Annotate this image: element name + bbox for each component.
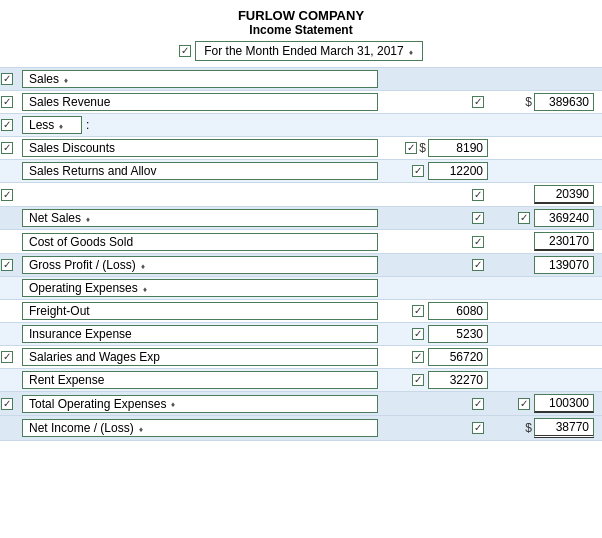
net-sales-dropdown-icon[interactable]: ⬧ <box>85 213 91 224</box>
salaries-mid-checkbox[interactable] <box>412 351 424 363</box>
insurance-label: Insurance Expense <box>29 327 132 341</box>
period-row: For the Month Ended March 31, 2017 ⬧ <box>0 41 602 61</box>
sales-revenue-label-box[interactable]: Sales Revenue <box>22 93 378 111</box>
period-dropdown-icon[interactable]: ⬧ <box>408 46 414 57</box>
sales-revenue-value[interactable]: 389630 <box>534 93 594 111</box>
operating-expenses-header: Operating Expenses ⬧ <box>0 276 602 299</box>
less-label: Less <box>29 118 54 132</box>
sales-header-checkbox[interactable] <box>1 73 13 85</box>
sales-discounts-value[interactable]: 8190 <box>428 139 488 157</box>
rent-label-box[interactable]: Rent Expense <box>22 371 378 389</box>
sales-dropdown-icon[interactable]: ⬧ <box>63 74 69 85</box>
sales-discounts-checkbox[interactable] <box>1 142 13 154</box>
cogs-label-box[interactable]: Cost of Goods Sold <box>22 233 378 251</box>
cogs-value[interactable]: 230170 <box>534 232 594 251</box>
insurance-label-box[interactable]: Insurance Expense <box>22 325 378 343</box>
net-income-value[interactable]: 38770 <box>534 418 594 438</box>
total-op-exp-right-checkbox[interactable] <box>518 398 530 410</box>
rent-mid-checkbox[interactable] <box>412 374 424 386</box>
sales-discounts-label: Sales Discounts <box>29 141 115 155</box>
sales-discounts-row: Sales Discounts $ 8190 <box>0 136 602 159</box>
salaries-value[interactable]: 56720 <box>428 348 488 366</box>
gross-profit-row: Gross Profit / (Loss) ⬧ 139070 <box>0 253 602 276</box>
less-colon: : <box>86 118 89 132</box>
freight-out-label: Freight-Out <box>29 304 90 318</box>
company-name: FURLOW COMPANY <box>0 8 602 23</box>
rent-value[interactable]: 32270 <box>428 371 488 389</box>
subtotal1-checkbox[interactable] <box>1 189 13 201</box>
gross-profit-mid-checkbox[interactable] <box>472 259 484 271</box>
total-op-exp-dropdown-icon[interactable]: ⬧ <box>170 398 176 409</box>
gross-profit-label-box[interactable]: Gross Profit / (Loss) ⬧ <box>22 256 378 274</box>
sales-label-box[interactable]: Sales ⬧ <box>22 70 378 88</box>
net-sales-label: Net Sales <box>29 211 81 225</box>
sales-label: Sales <box>29 72 59 86</box>
net-sales-value[interactable]: 369240 <box>534 209 594 227</box>
total-op-exp-label-box[interactable]: Total Operating Expenses ⬧ <box>22 395 378 413</box>
cogs-label: Cost of Goods Sold <box>29 235 133 249</box>
freight-out-label-box[interactable]: Freight-Out <box>22 302 378 320</box>
less-label-box[interactable]: Less ⬧ <box>22 116 82 134</box>
salaries-label: Salaries and Wages Exp <box>29 350 160 364</box>
rent-label: Rent Expense <box>29 373 104 387</box>
gross-profit-dropdown-icon[interactable]: ⬧ <box>140 260 146 271</box>
freight-out-row: Freight-Out 6080 <box>0 299 602 322</box>
sales-revenue-checkbox[interactable] <box>1 96 13 108</box>
less-header-row: Less ⬧ : <box>0 113 602 136</box>
freight-out-value[interactable]: 6080 <box>428 302 488 320</box>
insurance-mid-checkbox[interactable] <box>412 328 424 340</box>
net-sales-row: Net Sales ⬧ 369240 <box>0 206 602 229</box>
period-label: For the Month Ended March 31, 2017 <box>204 44 403 58</box>
sales-section-header: Sales ⬧ <box>0 67 602 90</box>
sales-discounts-mid-checkbox[interactable] <box>405 142 417 154</box>
cogs-row: Cost of Goods Sold 230170 <box>0 229 602 253</box>
net-sales-label-box[interactable]: Net Sales ⬧ <box>22 209 378 227</box>
income-statement-table: Sales ⬧ Sales Revenue $ 389630 <box>0 67 602 441</box>
salaries-checkbox[interactable] <box>1 351 13 363</box>
net-sales-right-checkbox[interactable] <box>518 212 530 224</box>
subtotal1-mid-checkbox[interactable] <box>472 189 484 201</box>
net-income-row: Net Income / (Loss) ⬧ $ 38770 <box>0 415 602 441</box>
sales-returns-value[interactable]: 12200 <box>428 162 488 180</box>
period-selector[interactable]: For the Month Ended March 31, 2017 ⬧ <box>195 41 422 61</box>
sales-revenue-label: Sales Revenue <box>29 95 110 109</box>
net-income-mid-checkbox[interactable] <box>472 422 484 434</box>
period-checkbox[interactable] <box>179 45 191 57</box>
net-income-dollar: $ <box>525 421 532 435</box>
subtotal1-value[interactable]: 20390 <box>534 185 594 204</box>
sales-revenue-dollar: $ <box>525 95 532 109</box>
rent-row: Rent Expense 32270 <box>0 368 602 391</box>
header: FURLOW COMPANY Income Statement For the … <box>0 0 602 67</box>
total-op-exp-checkbox[interactable] <box>1 398 13 410</box>
page: FURLOW COMPANY Income Statement For the … <box>0 0 602 441</box>
operating-expenses-label-box[interactable]: Operating Expenses ⬧ <box>22 279 378 297</box>
net-sales-mid-checkbox[interactable] <box>472 212 484 224</box>
insurance-value[interactable]: 5230 <box>428 325 488 343</box>
salaries-row: Salaries and Wages Exp 56720 <box>0 345 602 368</box>
sales-returns-mid-checkbox[interactable] <box>412 165 424 177</box>
gross-profit-label: Gross Profit / (Loss) <box>29 258 136 272</box>
net-income-dropdown-icon[interactable]: ⬧ <box>138 423 144 434</box>
freight-out-mid-checkbox[interactable] <box>412 305 424 317</box>
sales-returns-label: Sales Returns and Allov <box>29 164 156 178</box>
salaries-label-box[interactable]: Salaries and Wages Exp <box>22 348 378 366</box>
sales-revenue-mid-checkbox[interactable] <box>472 96 484 108</box>
gross-profit-checkbox[interactable] <box>1 259 13 271</box>
cogs-mid-checkbox[interactable] <box>472 236 484 248</box>
net-income-label-box[interactable]: Net Income / (Loss) ⬧ <box>22 419 378 437</box>
sales-revenue-row: Sales Revenue $ 389630 <box>0 90 602 113</box>
sales-returns-label-box[interactable]: Sales Returns and Allov <box>22 162 378 180</box>
less-checkbox[interactable] <box>1 119 13 131</box>
gross-profit-value[interactable]: 139070 <box>534 256 594 274</box>
insurance-row: Insurance Expense 5230 <box>0 322 602 345</box>
less-dropdown-icon[interactable]: ⬧ <box>58 120 64 131</box>
total-op-exp-label: Total Operating Expenses <box>29 397 166 411</box>
report-title: Income Statement <box>0 23 602 37</box>
sales-discounts-label-box[interactable]: Sales Discounts <box>22 139 378 157</box>
total-operating-expenses-row: Total Operating Expenses ⬧ 100300 <box>0 391 602 415</box>
total-op-exp-value[interactable]: 100300 <box>534 394 594 413</box>
sales-returns-row: Sales Returns and Allov 12200 <box>0 159 602 182</box>
operating-expenses-dropdown-icon[interactable]: ⬧ <box>142 283 148 294</box>
total-op-exp-mid-checkbox[interactable] <box>472 398 484 410</box>
operating-expenses-label: Operating Expenses <box>29 281 138 295</box>
